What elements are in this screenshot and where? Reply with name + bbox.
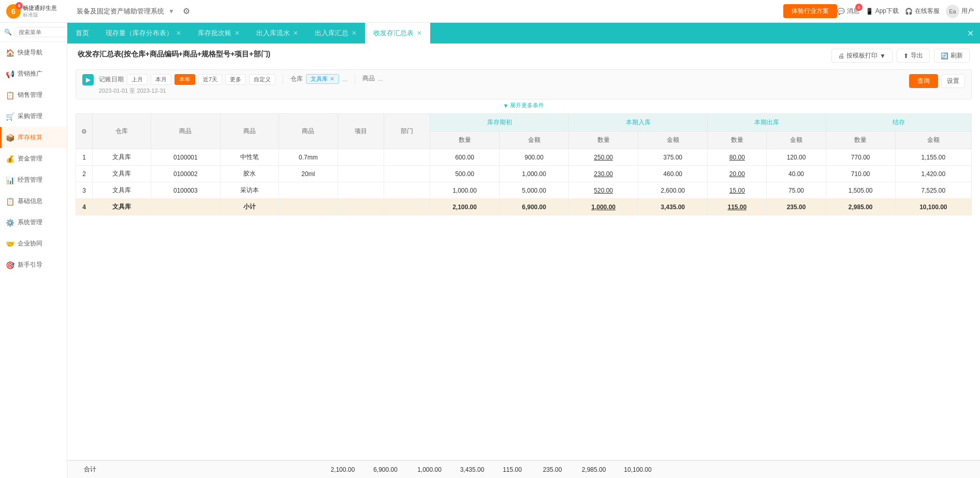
tab-close-stock-dist[interactable]: ✕ — [176, 30, 181, 37]
warehouse-filter: 仓库 文具库 ✕ ... — [290, 74, 347, 84]
sidebar-item-purchase[interactable]: 🛒 采购管理 — [0, 106, 67, 127]
tab-batch[interactable]: 库存批次账 ✕ — [189, 23, 248, 44]
filter-toggle-btn[interactable]: ▶ — [82, 74, 94, 85]
date-btn-custom[interactable]: 自定义 — [249, 74, 275, 85]
filter-divider-1 — [283, 74, 283, 84]
table-row: 4文具库小计2,100.006,900.001,000.003,435.0011… — [76, 199, 972, 215]
sidebar: 🔍 🏠 快捷导航 📢 营销推广 📋 销售管理 🛒 采购管理 📦 库存 — [0, 23, 67, 478]
system-title: 装备及固定资产辅助管理系统 ▼ ⚙ — [72, 6, 783, 16]
col-code-header: 商品 — [151, 114, 220, 149]
system-icon: ⚙️ — [6, 219, 14, 227]
tab-close-inout-flow[interactable]: ✕ — [293, 30, 298, 37]
row-in-qty[interactable]: 230.00 — [569, 166, 638, 182]
sidebar-item-enterprise[interactable]: 🤝 企业协同 — [0, 233, 67, 254]
tab-inout-flow[interactable]: 出入库流水 ✕ — [248, 23, 306, 44]
sidebar-item-finance[interactable]: 💰 资金管理 — [0, 148, 67, 169]
expand-btn[interactable]: ▼ 展开更多条件 — [503, 102, 545, 109]
row-in-qty[interactable]: 1,000.00 — [569, 199, 638, 215]
row-out-qty-link[interactable]: 20.00 — [729, 170, 745, 178]
row-in-qty-link[interactable]: 520.00 — [594, 187, 613, 194]
sidebar-item-newbie[interactable]: 🎯 新手引导 — [0, 254, 67, 276]
online-service-btn[interactable]: 🎧 在线客服 — [905, 7, 940, 16]
experience-btn[interactable]: 体验行业方案 — [783, 4, 837, 18]
row-bal-qty: 770.00 — [826, 149, 895, 166]
sidebar-item-quick-nav[interactable]: 🏠 快捷导航 — [0, 42, 67, 63]
row-out-qty[interactable]: 15.00 — [708, 182, 767, 199]
row-warehouse: 文具库 — [93, 182, 151, 199]
table-row: 2文具库0100002胶水20ml500.001,000.00230.00460… — [76, 166, 972, 182]
export-icon: ⬆ — [903, 52, 909, 60]
date-btn-7days[interactable]: 近7天 — [198, 74, 222, 85]
row-name: 采访本 — [220, 182, 279, 199]
col-in-amt: 金额 — [638, 132, 708, 149]
row-bal-amt: 1,420.00 — [895, 166, 971, 182]
date-btn-last-month[interactable]: 上月 — [127, 74, 148, 85]
sidebar-item-operations[interactable]: 📊 经营管理 — [0, 169, 67, 191]
row-out-qty-link[interactable]: 115.00 — [727, 204, 747, 211]
sidebar-item-base-info[interactable]: 📋 基础信息 — [0, 191, 67, 212]
tab-close-receipt-summary[interactable]: ✕ — [417, 30, 422, 37]
refresh-icon: 🔄 — [941, 52, 948, 60]
col-in-qty: 数量 — [569, 132, 638, 149]
message-btn[interactable]: 💬 消息 6 — [837, 7, 859, 16]
tab-close-batch[interactable]: ✕ — [235, 30, 240, 37]
sidebar-label-inventory: 库存核算 — [18, 133, 42, 142]
sidebar-item-system[interactable]: ⚙️ 系统管理 — [0, 212, 67, 233]
row-dept — [384, 149, 430, 166]
row-out-qty[interactable]: 115.00 — [708, 199, 767, 215]
tab-stock-dist[interactable]: 现存量（库存分布表） ✕ — [97, 23, 189, 44]
settings-small-btn[interactable]: 设置 — [941, 74, 965, 88]
row-name: 小计 — [220, 199, 279, 215]
row-in-qty[interactable]: 520.00 — [569, 182, 638, 199]
date-btn-this-year[interactable]: 本年 — [174, 74, 195, 85]
row-project — [338, 182, 384, 199]
tab-home[interactable]: 首页 — [67, 23, 97, 44]
sidebar-item-inventory[interactable]: 📦 库存核算 — [0, 127, 67, 148]
enterprise-icon: 🤝 — [6, 240, 14, 248]
tab-receipt-summary[interactable]: 收发存汇总表 ✕ — [365, 23, 430, 44]
phone-icon: 📱 — [866, 8, 873, 15]
sidebar-item-marketing[interactable]: 📢 营销推广 — [0, 63, 67, 84]
tab-close-inout-summary[interactable]: ✕ — [352, 30, 357, 37]
col-warehouse-header: 仓库 — [93, 114, 151, 149]
tab-close-all-btn[interactable]: ✕ — [961, 28, 980, 38]
warehouse-label: 仓库 — [290, 75, 303, 83]
warehouse-tag-close[interactable]: ✕ — [330, 76, 334, 82]
refresh-btn[interactable]: 🔄 刷新 — [934, 49, 970, 63]
user-avatar[interactable]: Ea 用户 — [946, 5, 974, 18]
row-in-qty-link[interactable]: 1,000.00 — [591, 204, 616, 211]
row-bal-qty: 710.00 — [826, 166, 895, 182]
col-settings-gear[interactable]: ⚙ — [81, 128, 87, 135]
goods-more[interactable]: ... — [378, 75, 383, 82]
col-settings-header[interactable]: ⚙ — [76, 114, 93, 149]
row-bal-amt: 10,100.00 — [895, 199, 971, 215]
footer-total: 合计 2,100.00 6,900.00 1,000.00 3,435.00 1… — [67, 460, 980, 478]
base-info-icon: 📋 — [6, 197, 14, 206]
date-btn-more[interactable]: 更多 — [225, 74, 246, 85]
row-out-qty[interactable]: 80.00 — [708, 149, 767, 166]
tab-inout-summary[interactable]: 出入库汇总 ✕ — [306, 23, 365, 44]
system-dropdown-icon[interactable]: ▼ — [168, 8, 174, 15]
query-btn[interactable]: 查询 — [909, 74, 938, 88]
date-label: 记账日期 — [99, 75, 124, 84]
sales-icon: 📋 — [6, 91, 14, 99]
row-name: 中性笔 — [220, 149, 279, 166]
topbar-right: 💬 消息 6 📱 App下载 🎧 在线客服 Ea 用户 — [837, 5, 974, 18]
row-code: 0100003 — [151, 182, 220, 199]
row-out-qty-link[interactable]: 15.00 — [729, 187, 745, 194]
sidebar-item-sales[interactable]: 📋 销售管理 — [0, 84, 67, 106]
logo-area: 6 6 畅捷通好生意 标准版 — [6, 4, 72, 19]
row-in-qty[interactable]: 250.00 — [569, 149, 638, 166]
sidebar-label-base-info: 基础信息 — [18, 197, 42, 206]
warehouse-more[interactable]: ... — [342, 76, 347, 83]
settings-gear-icon[interactable]: ⚙ — [183, 6, 190, 16]
row-in-qty-link[interactable]: 230.00 — [594, 170, 613, 178]
print-btn[interactable]: 🖨 按模板打印 ▼ — [831, 49, 893, 63]
app-download-btn[interactable]: 📱 App下载 — [866, 7, 899, 16]
date-btn-this-month[interactable]: 本月 — [151, 74, 171, 85]
row-out-qty-link[interactable]: 80.00 — [729, 154, 745, 161]
row-in-qty-link[interactable]: 250.00 — [594, 154, 613, 161]
export-btn[interactable]: ⬆ 导出 — [897, 49, 930, 63]
filter-divider-2 — [355, 74, 355, 84]
row-out-qty[interactable]: 20.00 — [708, 166, 767, 182]
